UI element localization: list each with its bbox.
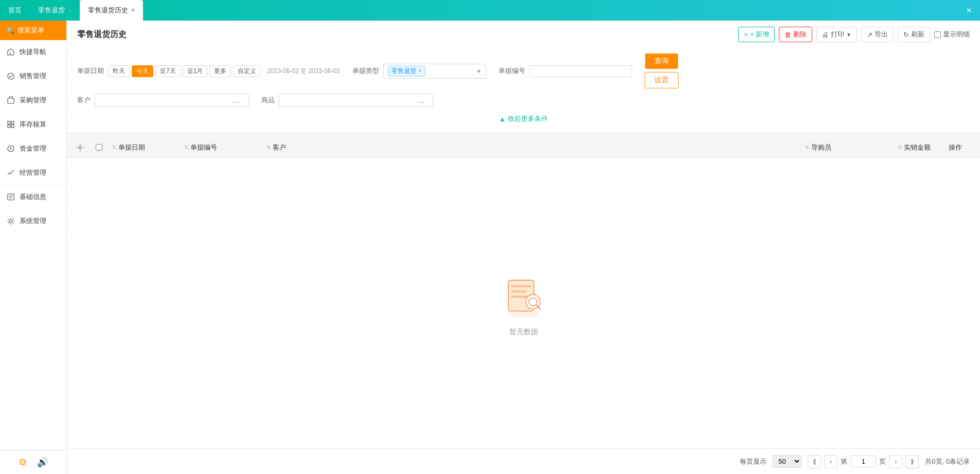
sidebar-item-inventory[interactable]: 库存核算 <box>0 113 66 137</box>
content-header: 零售退货历史 + + 新增 🗑 删除 🖨 打印 ▼ <box>67 21 980 133</box>
sidebar-item-label: 系统管理 <box>20 216 46 226</box>
type-dropdown-icon: ▼ <box>476 68 482 74</box>
th-customer-label: 客户 <box>273 143 286 152</box>
top-tabs: 首页 零售退货 × 零售退货历史 × <box>0 0 966 21</box>
delete-button[interactable]: 🗑 删除 <box>779 27 812 42</box>
th-guide-sort-icon[interactable]: ⇅ <box>805 144 809 150</box>
settings-footer-icon[interactable]: ⚙ <box>19 457 27 468</box>
export-label: 导出 <box>875 30 888 39</box>
title-row: 零售退货历史 + + 新增 🗑 删除 🖨 打印 ▼ <box>77 27 970 42</box>
sidebar-footer: ⚙ 🔊 <box>0 450 66 474</box>
operations-icon <box>6 168 15 177</box>
select-all-input[interactable] <box>96 144 102 151</box>
tab-home[interactable]: 首页 <box>0 0 30 21</box>
prev-page-btn[interactable]: ‹ <box>824 455 838 468</box>
last-page-btn[interactable]: ⟫ <box>905 455 919 468</box>
goods-dots-icon[interactable]: ... <box>417 96 424 105</box>
query-button[interactable]: 查询 <box>645 53 678 69</box>
window-close-btn[interactable]: × <box>966 5 980 16</box>
th-guide-label: 导购员 <box>811 143 831 152</box>
page-unit: 页 <box>879 457 886 466</box>
show-detail-checkbox[interactable] <box>934 31 941 38</box>
show-detail-label: 显示明细 <box>943 30 970 39</box>
current-page-input[interactable] <box>850 455 876 467</box>
sidebar-item-finance[interactable]: 资金管理 <box>0 137 66 161</box>
first-page-btn[interactable]: ⟪ <box>808 455 821 468</box>
sn-filter-input[interactable] <box>529 65 632 77</box>
filter-type: 单据类型 零售退货 × ▼ <box>352 64 486 79</box>
date-today-btn[interactable]: 今天 <box>132 65 153 77</box>
sidebar-item-system-mgmt[interactable]: 系统管理 <box>0 209 66 233</box>
total-records-text: 共0页, 0条记录 <box>925 457 970 466</box>
print-button[interactable]: 🖨 打印 ▼ <box>816 27 857 42</box>
tab-retail-return[interactable]: 零售退货 × <box>30 0 80 21</box>
sidebar-item-purchase-mgmt[interactable]: 采购管理 <box>0 88 66 113</box>
export-button[interactable]: ↗ 导出 <box>861 27 894 42</box>
type-tag: 零售退货 × <box>388 66 425 77</box>
date-custom-btn[interactable]: 自定义 <box>233 65 261 77</box>
date-last1m-btn[interactable]: 近1月 <box>183 65 208 77</box>
th-guide: ⇅ 导购员 <box>801 143 873 152</box>
sidebar-item-basic-info[interactable]: 基础信息 <box>0 185 66 209</box>
filter-settings-button[interactable]: 设置 <box>645 72 679 88</box>
basic-info-icon <box>6 192 15 202</box>
date-last7-btn[interactable]: 近7天 <box>155 65 181 77</box>
page-navigation: ⟪ ‹ 第 页 › ⟫ <box>808 455 919 468</box>
customer-dots-icon[interactable]: ... <box>233 96 240 105</box>
sn-filter-label: 单据编号 <box>498 66 525 76</box>
top-bar: 首页 零售退货 × 零售退货历史 × × <box>0 0 980 21</box>
print-icon: 🖨 <box>822 31 829 39</box>
tab-retail-return-history-label: 零售退货历史 <box>88 6 128 15</box>
customer-filter-label: 客户 <box>77 96 91 105</box>
th-date-sort-icon[interactable]: ⇅ <box>112 144 116 150</box>
table-header: ⇅ 单据日期 ⇅ 单据编号 ⇅ 客户 ⇅ 导购员 ⇅ 实销金额 <box>67 137 980 158</box>
th-amount-sort-icon[interactable]: ⇅ <box>898 144 902 150</box>
sidebar-search[interactable]: 🔍 搜索菜单 <box>0 21 66 40</box>
tab-retail-return-close[interactable]: × <box>68 7 72 14</box>
page-label: 第 <box>841 457 847 466</box>
main-layout: 🔍 搜索菜单 快捷导航 销售管理 采购管理 库存核算 <box>0 21 980 474</box>
tab-home-label: 首页 <box>8 6 22 15</box>
content-area: 零售退货历史 + + 新增 🗑 删除 🖨 打印 ▼ <box>67 21 980 474</box>
th-customer-sort-icon[interactable]: ⇅ <box>266 144 271 150</box>
show-detail-checkbox-label[interactable]: 显示明细 <box>934 30 970 39</box>
th-date: ⇅ 单据日期 <box>108 143 180 152</box>
refresh-button[interactable]: ↻ 刷新 <box>898 27 930 42</box>
th-sn-sort-icon[interactable]: ⇅ <box>184 144 188 150</box>
new-button[interactable]: + + 新增 <box>738 27 775 42</box>
sidebar-item-quick-nav[interactable]: 快捷导航 <box>0 40 66 64</box>
sidebar-item-operations[interactable]: 经营管理 <box>0 161 66 185</box>
sidebar-item-label: 销售管理 <box>20 71 46 81</box>
volume-footer-icon[interactable]: 🔊 <box>37 457 48 468</box>
tab-retail-return-history-close[interactable]: × <box>131 7 135 14</box>
filter-area: 单据日期 昨天 今天 近7天 近1月 更多 自定义 2023-06-02 至 2… <box>77 48 970 133</box>
tab-retail-return-history[interactable]: 零售退货历史 × <box>80 0 143 21</box>
refresh-label: 刷新 <box>911 30 924 39</box>
goods-filter-input[interactable] <box>283 97 417 104</box>
collapse-up-icon: ▲ <box>499 115 506 123</box>
system-icon <box>6 216 15 226</box>
sidebar-item-label: 快捷导航 <box>20 47 46 57</box>
date-more-btn[interactable]: 更多 <box>209 65 231 77</box>
customer-filter-input[interactable] <box>99 97 233 104</box>
sidebar-item-sales-mgmt[interactable]: 销售管理 <box>0 64 66 88</box>
filter-date: 单据日期 昨天 今天 近7天 近1月 更多 自定义 2023-06-02 至 2… <box>77 65 340 77</box>
type-filter-select[interactable]: 零售退货 × ▼ <box>383 64 486 79</box>
svg-rect-4 <box>11 121 14 124</box>
table-settings-icon[interactable] <box>71 143 90 152</box>
sidebar: 🔍 搜索菜单 快捷导航 销售管理 采购管理 库存核算 <box>0 21 67 474</box>
svg-point-9 <box>9 220 12 223</box>
page-size-select[interactable]: 20 50 100 <box>773 455 801 468</box>
filter-goods: 商品 ... <box>261 94 433 107</box>
collapse-bar[interactable]: ▲ 收起更多条件 <box>77 112 970 127</box>
next-page-btn[interactable]: › <box>889 455 902 468</box>
type-tag-close-icon[interactable]: × <box>418 67 422 75</box>
print-label: 打印 <box>831 30 844 39</box>
finance-icon <box>6 144 15 153</box>
table-select-all-checkbox[interactable] <box>90 144 108 151</box>
date-yesterday-btn[interactable]: 昨天 <box>108 65 130 77</box>
refresh-icon: ↻ <box>903 31 909 39</box>
page-title: 零售退货历史 <box>77 29 127 40</box>
type-tag-text: 零售退货 <box>391 67 416 76</box>
tab-retail-return-label: 零售退货 <box>38 6 65 15</box>
